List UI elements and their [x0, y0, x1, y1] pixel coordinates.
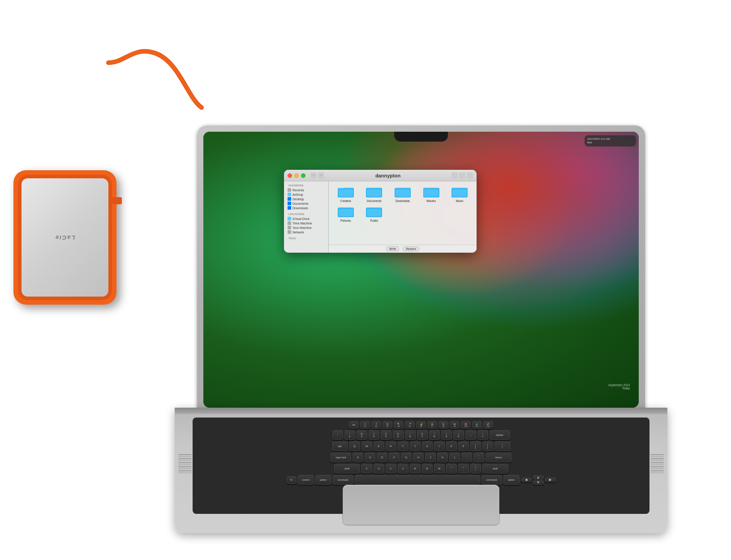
key-g[interactable]: G — [401, 452, 412, 462]
sidebar-item-icloud[interactable]: iCloud Drive — [286, 216, 327, 221]
key-u[interactable]: U — [422, 441, 433, 451]
key-y[interactable]: Y — [410, 441, 421, 451]
key-r[interactable]: R — [386, 441, 396, 451]
key-arrow-left[interactable]: ◀ — [521, 478, 532, 482]
key-shift-right[interactable]: shift — [482, 464, 508, 474]
key-b[interactable]: B — [410, 464, 421, 474]
write-button[interactable]: Write — [386, 246, 399, 251]
key-4[interactable]: $4 — [381, 430, 391, 440]
finder-file-downloads[interactable]: Downloads — [389, 185, 416, 203]
key-3[interactable]: #3 — [369, 430, 379, 440]
key-1[interactable]: !1 — [344, 430, 355, 440]
key-e[interactable]: E — [374, 441, 384, 451]
key-f11[interactable]: 🔉F11 — [472, 421, 482, 429]
key-k[interactable]: K — [437, 452, 448, 462]
key-6[interactable]: ^6 — [405, 430, 416, 440]
touchpad[interactable] — [343, 485, 499, 525]
sidebar-item-network[interactable]: Network — [286, 230, 327, 234]
key-f7[interactable]: ⏮F7 — [427, 421, 437, 429]
key-command-right[interactable]: command — [482, 475, 502, 485]
key-tab[interactable]: tab — [332, 441, 348, 451]
key-backslash[interactable]: |\ — [494, 441, 511, 451]
key-fn[interactable]: fn — [287, 476, 297, 484]
sidebar-item-timemachine[interactable]: Time Machine — [286, 221, 327, 225]
key-i[interactable]: I — [434, 441, 445, 451]
key-comma[interactable]: <, — [446, 464, 457, 474]
minimize-button[interactable] — [294, 173, 299, 178]
key-shift-left[interactable]: shift — [334, 464, 360, 474]
key-f3[interactable]: ⊞F3 — [383, 421, 392, 429]
key-d[interactable]: D — [377, 452, 387, 462]
key-h[interactable]: H — [413, 452, 424, 462]
key-x[interactable]: X — [374, 464, 384, 474]
key-apostrophe[interactable]: "' — [473, 452, 484, 462]
key-option-right[interactable]: option — [503, 475, 520, 485]
sidebar-item-documents[interactable]: Documents — [286, 201, 327, 206]
key-return[interactable]: return — [486, 452, 512, 462]
key-arrow-up[interactable]: ▲ — [533, 475, 544, 480]
key-7[interactable]: &7 — [417, 430, 428, 440]
key-c[interactable]: C — [386, 464, 396, 474]
key-arrow-right[interactable]: ▶ — [545, 478, 556, 482]
key-2[interactable]: @2 — [357, 430, 367, 440]
finder-file-creative[interactable]: Creative — [332, 185, 359, 203]
key-option-left[interactable]: option — [315, 475, 331, 485]
share-icon[interactable] — [459, 172, 465, 179]
key-arrow-down[interactable]: ▼ — [533, 480, 544, 485]
key-control[interactable]: control — [298, 475, 314, 485]
key-f10[interactable]: 🔇F10 — [461, 421, 471, 429]
key-equals[interactable]: += — [477, 430, 488, 440]
key-v[interactable]: V — [398, 464, 408, 474]
finder-file-movies[interactable]: Movies — [418, 185, 445, 203]
key-bracket-right[interactable]: }] — [482, 441, 493, 451]
key-f12[interactable]: 🔊F12 — [483, 421, 493, 429]
key-f8[interactable]: ⏯F8 — [439, 421, 448, 429]
key-0[interactable]: )0 — [453, 430, 464, 440]
key-f2[interactable]: ☀F2 — [371, 421, 381, 429]
key-5[interactable]: %5 — [393, 430, 404, 440]
key-period[interactable]: >. — [458, 464, 469, 474]
sidebar-item-airdrop[interactable]: AirDrop — [286, 192, 327, 197]
key-l[interactable]: L — [449, 452, 460, 462]
finder-window[interactable]: ‹ › dannypton — [284, 170, 477, 253]
key-8[interactable]: *8 — [429, 430, 440, 440]
close-button[interactable] — [288, 173, 292, 178]
key-esc[interactable]: esc — [349, 421, 359, 429]
key-p[interactable]: P — [458, 441, 469, 451]
key-a[interactable]: A — [353, 452, 363, 462]
key-o[interactable]: O — [446, 441, 457, 451]
key-f5[interactable]: 🎤F5 — [405, 421, 415, 429]
finder-file-pictures[interactable]: Pictures — [332, 205, 359, 223]
key-j[interactable]: J — [425, 452, 436, 462]
search-icon[interactable] — [467, 172, 473, 179]
key-f4[interactable]: 🔍F4 — [394, 421, 404, 429]
key-s[interactable]: S — [365, 452, 375, 462]
view-icon[interactable] — [452, 172, 458, 179]
finder-file-music[interactable]: Music — [446, 185, 473, 203]
sidebar-item-yourmachine[interactable]: Your Machine — [286, 225, 327, 230]
sidebar-item-recents[interactable]: Recents — [286, 188, 327, 192]
key-backtick[interactable]: ~` — [332, 430, 343, 440]
finder-file-public[interactable]: Public — [361, 205, 388, 223]
key-9[interactable]: (9 — [441, 430, 452, 440]
key-capslock[interactable]: caps lock — [331, 452, 351, 462]
key-f[interactable]: F — [389, 452, 400, 462]
key-minus[interactable]: _- — [465, 430, 476, 440]
sidebar-item-downloads[interactable]: Downloads — [286, 206, 327, 210]
key-q[interactable]: Q — [349, 441, 360, 451]
key-t[interactable]: T — [398, 441, 408, 451]
key-slash[interactable]: ?/ — [470, 464, 481, 474]
finder-file-documents[interactable]: Documents — [361, 185, 388, 203]
key-bracket-left[interactable]: {[ — [470, 441, 481, 451]
key-space[interactable] — [355, 475, 480, 485]
restore-button[interactable]: Restore — [403, 246, 419, 251]
key-z[interactable]: Z — [361, 464, 372, 474]
sidebar-item-desktop[interactable]: Desktop — [286, 197, 327, 201]
key-m[interactable]: M — [434, 464, 445, 474]
maximize-button[interactable] — [301, 173, 305, 178]
back-button[interactable]: ‹ — [310, 172, 317, 179]
key-w[interactable]: W — [361, 441, 372, 451]
key-f1[interactable]: ☀F1 — [360, 421, 370, 429]
key-semicolon[interactable]: :; — [461, 452, 472, 462]
key-f9[interactable]: ⏭F9 — [450, 421, 460, 429]
